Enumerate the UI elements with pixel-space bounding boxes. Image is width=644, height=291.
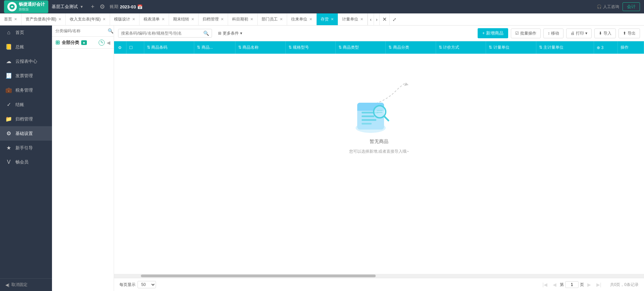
tab-subject-label: 科目期初 xyxy=(232,16,248,22)
tab-tax[interactable]: 税表清单 ✕ xyxy=(140,13,169,25)
all-category[interactable]: ⊞ 全部分类 ● xyxy=(55,39,87,46)
calendar-icon[interactable]: 📅 xyxy=(137,4,143,9)
sidebar-item-home-label: 首页 xyxy=(15,30,24,36)
tab-income[interactable]: 收入支出表(年报) ✕ xyxy=(66,13,110,25)
next-page-btn[interactable]: ▶ xyxy=(585,281,593,288)
batch-operation-btn[interactable]: ☑ 批量操作 xyxy=(511,29,541,38)
export-btn[interactable]: ⬆ 导出 xyxy=(619,29,640,38)
col-name[interactable]: ⇅ 商品名称 xyxy=(235,41,285,54)
svg-rect-8 xyxy=(362,119,376,121)
col-unit[interactable]: ⇅ 计量单位 xyxy=(486,41,536,54)
col-extra[interactable]: ⊕ 3 xyxy=(594,41,618,54)
category-search-input[interactable] xyxy=(55,29,106,33)
tab-prev-btn[interactable]: ‹ xyxy=(368,13,374,25)
col-settings[interactable]: ⚙ xyxy=(114,41,126,54)
category-search-btn[interactable]: 🔍 xyxy=(108,28,113,34)
logo-area[interactable]: 畅捷通好会计 旗舰版 xyxy=(4,0,48,13)
sidebar-item-home[interactable]: ⌂ 首页 xyxy=(0,26,52,40)
customer-service-btn[interactable]: 🎧 人工咨询 xyxy=(597,4,619,10)
company-selector[interactable]: 基层工会测试 ▼ xyxy=(52,4,84,10)
tab-period[interactable]: 期末结转 ✕ xyxy=(169,13,199,25)
sidebar-item-reports-label: 云报表中心 xyxy=(15,58,37,64)
product-table: ⚙ ☐ ⇅ 商品条码 ⇅ 商品... ⇅ 商品名称 xyxy=(114,41,644,54)
col-checkbox[interactable]: ☐ xyxy=(126,41,144,54)
tab-archive[interactable]: 归档管理 ✕ xyxy=(199,13,228,25)
logo-icon xyxy=(7,2,17,11)
sidebar-item-guide[interactable]: ★ 新手引导 xyxy=(0,141,52,155)
tab-unit[interactable]: 计量单位 ✕ xyxy=(338,13,368,25)
tab-unit-close[interactable]: ✕ xyxy=(360,17,363,21)
print-btn[interactable]: 🖨 打印 ▾ xyxy=(566,29,592,38)
main-panel: 🔍 ⊞ 更多条件 ▾ + 新增商品 ☑ 批量操作 xyxy=(114,26,644,291)
total-info: 共0页，0条记录 xyxy=(610,282,639,288)
tab-period-close[interactable]: ✕ xyxy=(191,17,194,21)
sidebar-collapse-btn[interactable]: ◀| 取消固定 xyxy=(0,278,52,291)
settings-btn[interactable]: ⚙ xyxy=(98,2,106,11)
add-product-btn[interactable]: + 新增商品 xyxy=(478,28,508,38)
left-panel-collapse-btn[interactable]: ◀ xyxy=(107,40,110,45)
tab-template[interactable]: 模版设计 ✕ xyxy=(110,13,140,25)
tab-archive-close[interactable]: ✕ xyxy=(221,17,224,21)
sidebar-item-invoice[interactable]: 🧾 发票管理 xyxy=(0,68,52,83)
import-label: 导入 xyxy=(603,31,611,36)
col-barcode[interactable]: ⇅ 商品条码 xyxy=(144,41,194,54)
archive-icon: 📁 xyxy=(5,116,12,122)
tab-tax-close[interactable]: ✕ xyxy=(162,17,165,21)
ledger-icon: 📒 xyxy=(5,44,12,50)
tab-inventory-close[interactable]: ✕ xyxy=(331,17,334,21)
empty-secondary-text: 您可以选择新增,或者直接导入哦~ xyxy=(349,149,409,154)
tab-close-all-btn[interactable]: ✕ xyxy=(379,13,389,25)
import-btn[interactable]: ⬇ 导入 xyxy=(594,29,616,38)
tab-inventory[interactable]: 存货 ✕ xyxy=(317,13,338,25)
tab-subject-close[interactable]: ✕ xyxy=(250,17,253,21)
tab-home[interactable]: 首页 ✕ xyxy=(0,13,21,25)
page-unit: 页 xyxy=(580,282,584,288)
horizontal-scroll-thumb[interactable] xyxy=(141,275,376,277)
tab-subject[interactable]: 科目期初 ✕ xyxy=(228,13,258,25)
last-page-btn[interactable]: ▶| xyxy=(594,281,603,288)
product-table-container: ⚙ ☐ ⇅ 商品条码 ⇅ 商品... ⇅ 商品名称 xyxy=(114,41,644,274)
tab-dept[interactable]: 部门员工 ✕ xyxy=(258,13,287,25)
svg-marker-1 xyxy=(404,83,409,86)
page-size-select[interactable]: 50 100 200 xyxy=(138,281,156,288)
tab-balance[interactable]: 资产负债表(中期) ✕ xyxy=(21,13,66,25)
sidebar-item-tax-label: 税务管理 xyxy=(15,87,33,93)
tab-income-label: 收入支出表(年报) xyxy=(70,16,101,22)
first-page-btn[interactable]: |◀ xyxy=(540,281,549,288)
sidebar-item-archive[interactable]: 📁 归档管理 xyxy=(0,112,52,126)
more-filters-btn[interactable]: ⊞ 更多条件 ▾ xyxy=(215,29,245,38)
col-code[interactable]: ⇅ 商品... xyxy=(194,41,235,54)
sidebar-item-checkout[interactable]: ✓ 结账 xyxy=(0,97,52,112)
tab-template-close[interactable]: ✕ xyxy=(132,17,135,21)
tab-income-close[interactable]: ✕ xyxy=(103,17,106,21)
horizontal-scrollbar[interactable] xyxy=(114,274,644,278)
product-search-btn[interactable]: 🔍 xyxy=(203,31,209,36)
add-tab-btn[interactable]: + xyxy=(90,3,96,11)
col-main-unit[interactable]: ⇅ 主计量单位 xyxy=(536,41,594,54)
prev-page-btn[interactable]: ◀ xyxy=(551,281,558,288)
collapse-arrow-icon: ◀| xyxy=(5,283,9,287)
sidebar-item-settings[interactable]: ⚙ 基础设置 xyxy=(0,126,52,141)
col-spec[interactable]: ⇅ 规格型号 xyxy=(285,41,335,54)
sidebar-item-member[interactable]: V 畅会员 xyxy=(0,155,52,169)
move-btn[interactable]: ↕ 移动 xyxy=(543,29,564,38)
col-category[interactable]: ⇅ 商品分类 xyxy=(386,41,436,54)
tab-expand-btn[interactable]: ⤢ xyxy=(389,13,399,25)
product-search-input[interactable] xyxy=(121,31,201,36)
sidebar-item-reports[interactable]: ☁ 云报表中心 xyxy=(0,54,52,68)
sidebar-item-checkout-label: 结账 xyxy=(15,102,24,108)
tab-balance-close[interactable]: ✕ xyxy=(58,17,61,21)
page-number-input[interactable] xyxy=(565,281,579,288)
tab-counterpart-close[interactable]: ✕ xyxy=(309,17,312,21)
tab-home-close[interactable]: ✕ xyxy=(14,17,17,21)
tab-dept-close[interactable]: ✕ xyxy=(280,17,283,21)
col-price-method[interactable]: ⇅ 计价方式 xyxy=(436,41,486,54)
sidebar-item-tax[interactable]: 💼 税务管理 xyxy=(0,83,52,97)
sidebar-item-ledger[interactable]: 📒 总账 xyxy=(0,40,52,54)
tab-next-btn[interactable]: › xyxy=(374,13,380,25)
tab-counterpart[interactable]: 往来单位 ✕ xyxy=(287,13,317,25)
account-button[interactable]: 会计 xyxy=(623,2,640,11)
col-type[interactable]: ⇅ 商品类型 xyxy=(335,41,385,54)
category-edit-btn[interactable]: ✎ xyxy=(99,40,105,46)
sidebar-item-guide-label: 新手引导 xyxy=(15,145,33,151)
